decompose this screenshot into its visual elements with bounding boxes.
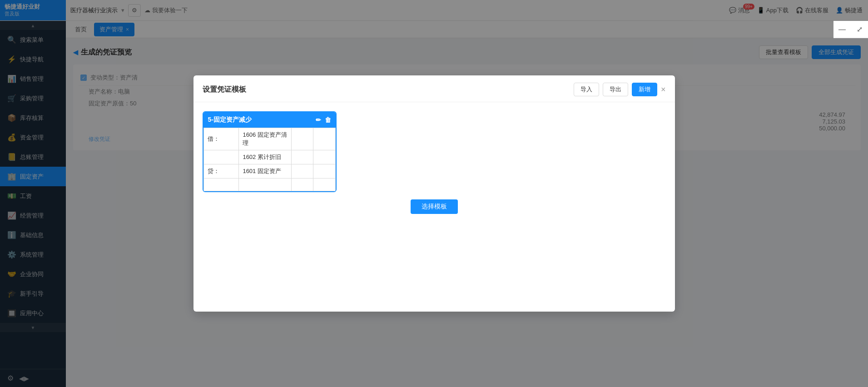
modal-close-btn[interactable]: × — [661, 85, 666, 94]
row1-label: 借： — [203, 128, 239, 150]
modal-title: 设置凭证模板 — [203, 85, 246, 94]
row2-label — [203, 150, 239, 164]
template-card: 5-固定资产减少 ✏ 🗑 借： 1606 固定资产清理 — [203, 111, 337, 192]
select-template-btn[interactable]: 选择模板 — [411, 199, 458, 214]
row3-label: 贷： — [203, 164, 239, 179]
template-card-header: 5-固定资产减少 ✏ 🗑 — [203, 112, 336, 128]
modal-actions: 导入 导出 新增 — [574, 83, 657, 96]
modal-body: 5-固定资产减少 ✏ 🗑 借： 1606 固定资产清理 — [193, 102, 675, 312]
template-card-icons: ✏ 🗑 — [316, 116, 331, 124]
row2-credit — [313, 150, 335, 164]
modal-overlay: 设置凭证模板 导入 导出 新增 × 5-固定资产减少 ✏ 🗑 — [0, 0, 868, 387]
row2-debit — [292, 150, 313, 164]
window-controls: — ⤢ — [833, 21, 868, 38]
template-table-wrapper: 借： 1606 固定资产清理 1602 累计折旧 — [203, 128, 336, 191]
modal-header: 设置凭证模板 导入 导出 新增 × — [193, 75, 675, 102]
template-edit-icon[interactable]: ✏ — [316, 116, 321, 124]
row1-account: 1606 固定资产清理 — [239, 128, 292, 150]
new-btn[interactable]: 新增 — [632, 83, 657, 96]
maximize-btn[interactable]: ⤢ — [851, 21, 868, 38]
row4-debit — [292, 179, 313, 191]
row4-credit — [313, 179, 335, 191]
template-row-2: 1602 累计折旧 — [203, 150, 335, 164]
row1-debit — [292, 128, 313, 150]
template-row-3: 贷： 1601 固定资产 — [203, 164, 335, 179]
minimize-btn[interactable]: — — [833, 21, 851, 38]
template-card-title: 5-固定资产减少 — [208, 116, 252, 124]
row3-debit — [292, 164, 313, 179]
modal-set-template: 设置凭证模板 导入 导出 新增 × 5-固定资产减少 ✏ 🗑 — [193, 75, 675, 312]
import-btn[interactable]: 导入 — [574, 83, 599, 96]
export-btn[interactable]: 导出 — [603, 83, 628, 96]
select-template-area: 选择模板 — [203, 199, 666, 214]
template-delete-icon[interactable]: 🗑 — [325, 116, 331, 124]
template-row-4 — [203, 179, 335, 191]
row1-credit — [313, 128, 335, 150]
row2-account: 1602 累计折旧 — [239, 150, 292, 164]
template-row-1: 借： 1606 固定资产清理 — [203, 128, 335, 150]
row4-label — [203, 179, 239, 191]
template-table: 借： 1606 固定资产清理 1602 累计折旧 — [203, 128, 336, 191]
row3-credit — [313, 164, 335, 179]
row3-account: 1601 固定资产 — [239, 164, 292, 179]
row4-account — [239, 179, 292, 191]
